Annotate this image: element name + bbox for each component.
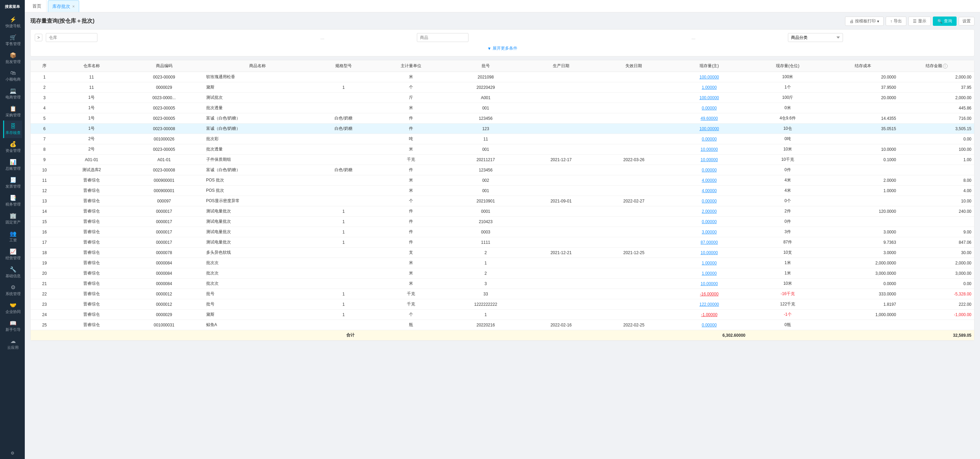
td-qty_main[interactable]: 100.00000 — [670, 124, 748, 134]
td-qty_main[interactable]: 49.60000 — [670, 113, 748, 124]
sidebar-item-sys[interactable]: ⚙系统管理 — [3, 281, 22, 299]
display-button[interactable]: ☰ 显示 — [908, 16, 931, 26]
table-row: 16晋睿综仓0000017测试电量批次1件00033.000003件3.0000… — [31, 227, 974, 237]
td-total-seq: 合计 — [31, 330, 670, 341]
table-row: 61号0023-00008富诚（白色/奶糖）白色/奶糖件123100.00000… — [31, 124, 974, 134]
sidebar-item-quick-nav[interactable]: ⚡快捷导航 — [3, 13, 22, 31]
td-name: 批次次 — [204, 279, 312, 289]
td-spec: 1 — [312, 309, 375, 320]
sidebar-item-inventory[interactable]: 🗄库存核查 — [3, 121, 22, 138]
print-dropdown-icon: ▾ — [877, 19, 879, 24]
td-qty_main[interactable]: 1.00000 — [670, 258, 748, 268]
td-unit: 千克 — [375, 155, 447, 165]
td-batch: A001 — [447, 92, 525, 103]
table-row: 41号0023-00005批次透量米0010.000000米445.86 — [31, 103, 974, 113]
category-select[interactable]: 商品分类 — [788, 33, 843, 42]
tab-home[interactable]: 首页 — [27, 0, 46, 13]
td-qty_main[interactable]: 1.00000 — [670, 82, 748, 92]
td-exp_date — [598, 227, 671, 237]
filter-expand-button[interactable]: > — [35, 34, 42, 41]
td-qty_main[interactable]: 100.00000 — [670, 92, 748, 103]
sidebar-item-base[interactable]: 🔧基础信息 — [3, 263, 22, 281]
setting-button[interactable]: 设置 — [959, 17, 975, 26]
sidebar-item-tax[interactable]: 📑税务管理 — [3, 192, 22, 210]
sidebar-item-biz[interactable]: 📈经营管理 — [3, 245, 22, 263]
td-qty_main[interactable]: 10.00000 — [670, 155, 748, 165]
td-batch: 2021098 — [447, 72, 525, 82]
sidebar-item-fixed-assets[interactable]: 🏢固定资产 — [3, 210, 22, 228]
sidebar-label-cloud: 云应用 — [7, 345, 19, 349]
sidebar-item-invoice[interactable]: 🧾发票管理 — [3, 174, 22, 192]
sidebar-item-overall[interactable]: 📊总账管理 — [3, 156, 22, 174]
sidebar-item-cloud[interactable]: ☁云应用 — [3, 335, 22, 353]
td-code: 0000084 — [125, 268, 204, 279]
td-warehouse: 1号 — [58, 113, 125, 124]
td-total_cost: 1.00 — [899, 155, 974, 165]
td-qty_main[interactable]: 10.00000 — [670, 279, 748, 289]
info-icon-total_cost[interactable]: i — [943, 64, 948, 69]
td-name: 鲸鱼A — [204, 320, 312, 330]
td-qty_store: 2件 — [748, 206, 827, 217]
td-qty_main[interactable]: 10.00000 — [670, 144, 748, 155]
sidebar-item-wholesale[interactable]: 📦批发管理 — [3, 49, 22, 67]
sidebar-item-ecom[interactable]: 💻电商管理 — [3, 85, 22, 103]
td-qty_main[interactable]: 3.00000 — [670, 227, 748, 237]
td-qty_main[interactable]: 100.00000 — [670, 72, 748, 82]
td-total_cost — [899, 165, 974, 175]
search-button[interactable]: 🔍 查询 — [933, 16, 956, 26]
td-spec: 1 — [312, 299, 375, 309]
td-qty_main[interactable]: 2.00000 — [670, 206, 748, 217]
td-qty_main[interactable]: 4.00000 — [670, 186, 748, 196]
td-qty_main[interactable]: 1.00000 — [670, 268, 748, 279]
td-qty_main[interactable]: 4.00000 — [670, 175, 748, 186]
sidebar-label-quick-nav: 快捷导航 — [5, 24, 21, 28]
sidebar-icon-guide: 📖 — [5, 320, 21, 327]
td-warehouse: 2号 — [58, 144, 125, 155]
sidebar-item-retail[interactable]: 🛒零售管理 — [3, 31, 22, 49]
print-button[interactable]: 🖨 按模板打印 ▾ — [845, 16, 884, 26]
td-qty_main[interactable]: 0.00000 — [670, 196, 748, 206]
filter-expand-more-button[interactable]: ▼ 展开更多条件 — [487, 44, 518, 53]
warehouse-input[interactable] — [46, 33, 97, 42]
td-code: 0023-00009 — [125, 72, 204, 82]
td-exp_date — [598, 309, 671, 320]
table-row: 12晋睿综仓000900001POS 批次米0014.000004米1.0000… — [31, 186, 974, 196]
td-qty_main[interactable]: -16.00000 — [670, 289, 748, 299]
sidebar-item-assets[interactable]: 💰资金管理 — [3, 138, 22, 156]
td-qty_main[interactable]: 0.00000 — [670, 134, 748, 144]
sidebar-item-purchase[interactable]: 📋采购管理 — [3, 103, 22, 121]
td-name: POS显示密度异常 — [204, 196, 312, 206]
td-batch: 1111 — [447, 237, 525, 247]
td-qty_main[interactable]: 87.00000 — [670, 237, 748, 247]
table-row: 51号0023-00005富诚（白色/奶糖）白色/奶糖件12345649.600… — [31, 113, 974, 124]
td-unit: 斤 — [375, 92, 447, 103]
td-qty_store: 0米 — [748, 103, 827, 113]
td-qty_main[interactable]: 10.00000 — [670, 247, 748, 258]
sidebar-item-hr[interactable]: 👥工资 — [3, 228, 22, 245]
sidebar-item-mini-ecom[interactable]: 🛍小额电商 — [3, 67, 22, 85]
td-seq: 13 — [31, 196, 58, 206]
sidebar-icon-purchase: 📋 — [5, 105, 21, 112]
td-prod_date — [525, 258, 598, 268]
td-qty_main[interactable]: 0.00000 — [670, 320, 748, 330]
td-prod_date — [525, 92, 598, 103]
td-warehouse: 晋睿综仓 — [58, 299, 125, 309]
td-seq: 19 — [31, 258, 58, 268]
td-name: 批次透量 — [204, 144, 312, 155]
product-input[interactable] — [417, 33, 468, 42]
sidebar-search[interactable]: 搜索菜单 — [3, 3, 21, 11]
td-qty_main[interactable]: 122.00000 — [670, 299, 748, 309]
td-qty_main[interactable]: 0.00000 — [670, 217, 748, 227]
sidebar-item-corp[interactable]: 🤝企业协同 — [3, 299, 22, 317]
tab-close-icon[interactable]: × — [72, 5, 75, 9]
export-button[interactable]: ↑ 导出 — [886, 16, 906, 26]
sidebar-settings[interactable]: ⚙ — [0, 447, 25, 459]
sidebar-item-guide[interactable]: 📖新手引导 — [3, 317, 22, 335]
table-total-row: 合计6,302.6000032,589.05 — [31, 330, 974, 341]
td-qty_main[interactable]: -1.00000 — [670, 309, 748, 320]
tab-active[interactable]: 库存批次 × — [48, 0, 79, 12]
td-unit: 件 — [375, 165, 447, 175]
filter-area: > ... ... 商品分类 ▼ 展开更多条件 — [30, 29, 975, 56]
td-qty_main[interactable]: 0.00000 — [670, 103, 748, 113]
td-qty_main[interactable]: 0.00000 — [670, 165, 748, 175]
